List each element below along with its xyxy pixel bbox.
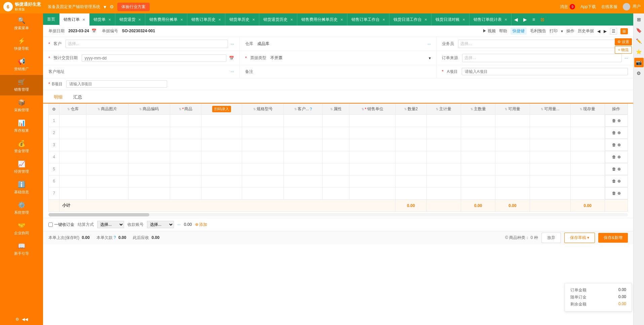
tab-expense-split[interactable]: 销售费用分摊单 ✕	[145, 13, 187, 26]
right-panel-bookmark-icon[interactable]: 🔖	[634, 26, 644, 35]
help-btn[interactable]: 帮助	[499, 28, 507, 34]
right-panel-camera-icon[interactable]: 📷	[634, 58, 644, 67]
sort-product-icon[interactable]: ⇅	[179, 108, 182, 111]
row-1-custcode[interactable]	[284, 115, 323, 127]
tab-close-sales-invoice[interactable]: ✕	[108, 18, 111, 22]
tab-close-order-workbench[interactable]: ✕	[382, 18, 385, 22]
sort-mainqty-icon[interactable]: ⇅	[470, 108, 473, 111]
sort-avail-icon[interactable]: ⇅	[505, 108, 507, 111]
sidebar-item-basic[interactable]: ℹ️ 基础信息	[0, 177, 43, 198]
history-btn[interactable]: 历史单据	[578, 28, 594, 34]
save-draft-btn[interactable]: 保存草稿 ▾	[564, 233, 595, 243]
row-1-spec[interactable]	[242, 115, 284, 127]
tab-expand-btn[interactable]: ≡	[530, 17, 538, 22]
sidebar-item-inventory[interactable]: 📊 库存核算	[0, 116, 43, 136]
tab-order-history[interactable]: 销售订单历史 ✕	[187, 13, 225, 26]
app-download-btn[interactable]: App下载	[580, 4, 596, 10]
shortcut-btn[interactable]: 快捷键	[510, 28, 527, 35]
sort-qty2-icon[interactable]: ⇅	[404, 108, 407, 111]
tab-return-history[interactable]: 销货退货历史 ✕	[259, 13, 297, 26]
tab-close-order-history[interactable]: ✕	[218, 18, 221, 22]
tab-invoice-history[interactable]: 销货单历史 ✕	[225, 13, 259, 26]
prev-record-icon[interactable]: ◀	[597, 29, 600, 34]
row-1-avail[interactable]	[495, 115, 530, 127]
right-panel-grid-icon[interactable]: ⊞	[634, 15, 644, 24]
profit-btn[interactable]: 毛利预告	[530, 28, 546, 34]
tab-close-expense-split[interactable]: ✕	[180, 18, 183, 22]
warehouse-ellipsis[interactable]: ···	[427, 42, 431, 46]
tab-fullscreen-btn[interactable]: ⊠	[538, 17, 547, 22]
addr-ellipsis[interactable]: ···	[231, 69, 234, 74]
order-source-ellipsis[interactable]: ···	[624, 56, 628, 60]
one-click-checkbox-label[interactable]: 一键收订金	[48, 222, 74, 228]
sort-unit-icon[interactable]: ⇅	[362, 108, 364, 111]
customer-input[interactable]: 选择...	[66, 40, 228, 48]
copy-row-3-icon[interactable]: ⊕	[617, 143, 621, 147]
row-1-image[interactable]	[86, 115, 128, 127]
sidebar-item-system[interactable]: ⚙️ 系统管理	[0, 198, 43, 218]
sort-image-icon[interactable]: ⇅	[98, 108, 100, 111]
sort-spec-icon[interactable]: ⇅	[253, 108, 256, 111]
tab-detail[interactable]: 明细	[48, 91, 68, 104]
sort-attr-icon[interactable]: ⇅	[330, 108, 333, 111]
view-btn[interactable]: ▶ 视频	[483, 28, 496, 34]
sidebar-item-guide[interactable]: 📖 新手引导	[0, 239, 43, 259]
one-click-checkbox[interactable]	[48, 222, 53, 227]
tab-sales-order[interactable]: 销售订单 ✕	[60, 13, 89, 26]
message-btn[interactable]: 消息 9	[560, 4, 575, 10]
delete-row-4-icon[interactable]: 🗑	[612, 155, 616, 159]
delete-row-1-icon[interactable]: 🗑	[612, 118, 616, 123]
tab-cash-reconcile[interactable]: 钱货日清对账 ✕	[431, 13, 469, 26]
tab-close-sales-stats[interactable]: ✕	[504, 18, 507, 22]
row-1-product[interactable]	[170, 115, 201, 127]
tab-close-sales-order[interactable]: ✕	[82, 18, 85, 22]
delivery-calendar-icon[interactable]: 📅	[229, 56, 234, 60]
tab-prev-btn[interactable]: ◀	[512, 17, 521, 22]
sidebar-item-management[interactable]: 📈 经营管理	[0, 157, 43, 177]
custcode-help-icon[interactable]: ?	[310, 107, 312, 112]
sidebar-item-marketing[interactable]: 📢 营销推广	[0, 54, 43, 75]
sidebar-item-search[interactable]: 🔍 搜索菜单	[0, 13, 43, 34]
right-panel-edit-icon[interactable]: ✏️	[634, 36, 644, 46]
customer-ellipsis[interactable]: ···	[231, 42, 234, 46]
delete-row-5-icon[interactable]: 🗑	[612, 167, 616, 171]
settings-icon[interactable]: ⚙	[110, 4, 114, 9]
sidebar-settings-icon[interactable]: ⚙	[15, 317, 19, 322]
account-select[interactable]: 选择...	[147, 221, 174, 228]
list-view-icon[interactable]: ☰	[610, 28, 617, 35]
a-project-input[interactable]	[462, 68, 628, 75]
tab-next-btn[interactable]: ▶	[521, 17, 530, 22]
row-1-mainqty[interactable]	[461, 115, 495, 127]
tab-home[interactable]: 首页	[43, 13, 60, 26]
tab-close-return-history[interactable]: ✕	[290, 18, 293, 22]
delete-row-3-icon[interactable]: 🗑	[612, 143, 616, 147]
copy-row-2-icon[interactable]: ⊕	[617, 130, 621, 135]
copy-row-5-icon[interactable]: ⊕	[617, 167, 621, 171]
row-1-unit[interactable]	[349, 115, 395, 127]
tab-sales-invoice[interactable]: 销货单 ✕	[89, 13, 115, 26]
row-1-stock[interactable]	[570, 115, 605, 127]
tab-cash-workbench[interactable]: 钱货日清工作台 ✕	[389, 13, 431, 26]
save-draft-dropdown-icon[interactable]: ▾	[587, 235, 589, 240]
save-new-btn[interactable]: 保存&新增	[598, 233, 628, 243]
order-source-input[interactable]: 选择...	[462, 54, 622, 62]
tab-close-invoice-history[interactable]: ✕	[252, 18, 255, 22]
settings-btn[interactable]: ⚙ 设置	[615, 38, 632, 45]
sidebar-item-enterprise[interactable]: 🤝 企业协同	[0, 218, 43, 239]
product-count-icon[interactable]: ©	[505, 235, 508, 240]
row-1-attr[interactable]	[323, 115, 349, 127]
tab-order-workbench[interactable]: 销售订单工作台 ✕	[347, 13, 389, 26]
row-1-mainunit[interactable]	[426, 115, 461, 127]
tab-close-expense-history[interactable]: ✕	[340, 18, 343, 22]
industry-btn[interactable]: 体验行业方案	[117, 3, 150, 11]
sidebar-item-sales[interactable]: 🛒 销售管理	[0, 75, 43, 95]
right-panel-star-icon[interactable]: ⭐	[634, 47, 644, 56]
delivery-date-input[interactable]	[82, 54, 226, 62]
sidebar-item-finance[interactable]: 💰 资金管理	[0, 136, 43, 157]
tab-sales-stats[interactable]: 销售订单统计表 ✕	[469, 13, 512, 26]
online-service-btn[interactable]: 在线客服	[601, 4, 617, 10]
delete-row-6-icon[interactable]: 🗑	[612, 179, 616, 184]
payment-method-select[interactable]: 选择...	[97, 221, 124, 228]
tab-close-sales-return[interactable]: ✕	[138, 18, 141, 22]
abandon-btn[interactable]: 放弃	[541, 233, 561, 243]
